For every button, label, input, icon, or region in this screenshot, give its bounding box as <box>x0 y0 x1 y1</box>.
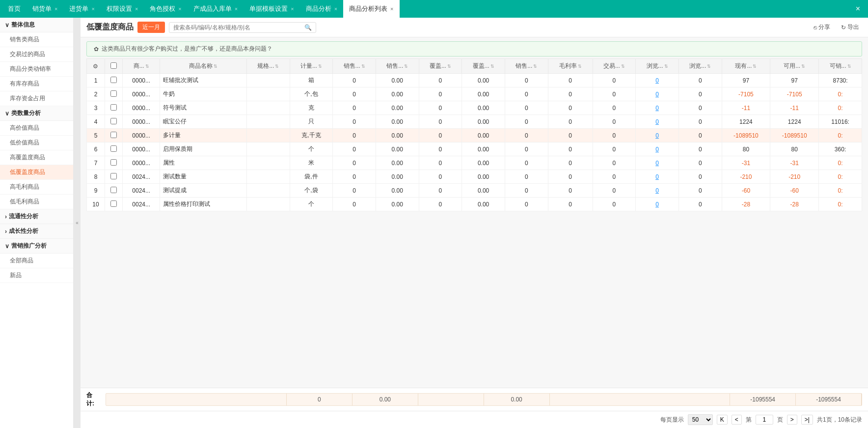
chevron-down-icon: ∨ <box>5 22 9 29</box>
row-checkbox[interactable] <box>105 170 122 184</box>
row-sales-num: 0 <box>505 143 548 156</box>
nav-close-production[interactable]: × <box>235 6 238 12</box>
col-cover-rate: 覆盖...⇅ <box>462 59 505 74</box>
select-all-checkbox[interactable] <box>110 62 117 69</box>
nav-close-role[interactable]: × <box>178 6 181 12</box>
search-input[interactable] <box>173 24 302 31</box>
row-spec <box>246 143 290 156</box>
row-code: 0000... <box>123 143 160 156</box>
total-cover-spacer <box>418 394 484 405</box>
sidebar-item-has-stock[interactable]: 有库存商品 <box>0 77 73 91</box>
first-page-button[interactable]: K <box>717 415 728 425</box>
nav-role[interactable]: 角色授权 × <box>144 0 187 18</box>
row-name: 符号测试 <box>160 101 246 115</box>
col-settings[interactable]: ⚙ <box>87 59 105 74</box>
row-current-stock: -11 <box>722 101 770 115</box>
page-number-input[interactable] <box>756 415 773 425</box>
sidebar-item-category-turnover[interactable]: 商品分类动销率 <box>0 62 73 77</box>
row-cover-rate: 0.00 <box>462 87 505 101</box>
row-checkbox[interactable] <box>105 74 122 87</box>
sidebar-section-liquidity[interactable]: › 流通性分析 <box>0 209 73 224</box>
row-sales-num: 0 <box>505 87 548 101</box>
search-icon[interactable]: 🔍 <box>304 24 312 31</box>
row-gross-margin: 0 <box>548 115 593 129</box>
row-browse-num: 0 <box>636 143 679 156</box>
row-checkbox[interactable] <box>105 184 122 198</box>
nav-goods-analysis[interactable]: 商品分析 × <box>300 0 343 18</box>
row-browse-rate: 0 <box>678 129 722 143</box>
window-close-button[interactable]: × <box>850 4 866 13</box>
nav-close-template[interactable]: × <box>291 6 294 12</box>
sidebar-item-traded-goods[interactable]: 交易过的商品 <box>0 47 73 62</box>
col-gross-margin: 毛利率⇅ <box>548 59 593 74</box>
last-page-button[interactable]: >| <box>801 415 813 425</box>
prev-page-button[interactable]: < <box>732 415 742 425</box>
sidebar-item-stock-fund[interactable]: 库存资金占用 <box>0 91 73 106</box>
row-browse-rate: 0 <box>678 143 722 156</box>
sidebar-item-high-margin[interactable]: 高毛利商品 <box>0 180 73 195</box>
sidebar-item-sales-goods[interactable]: 销售类商品 <box>0 32 73 47</box>
row-checkbox[interactable] <box>105 198 122 211</box>
table-row: 5 0000... 多计量 克,千克 0 0.00 0 0.00 0 0 0 0… <box>87 129 862 143</box>
sidebar-section-quantity[interactable]: ∨ 类数量分析 <box>0 106 73 121</box>
row-sellable-stock: 0: <box>819 184 862 198</box>
nav-sales[interactable]: 销货单 × <box>27 0 63 18</box>
sidebar-item-low-value[interactable]: 低价值商品 <box>0 136 73 150</box>
row-browse-rate: 0 <box>678 170 722 184</box>
row-unit: 袋,件 <box>290 170 333 184</box>
nav-permission[interactable]: 权限设置 × <box>101 0 144 18</box>
row-browse-num: 0 <box>636 129 679 143</box>
row-spec <box>246 198 290 211</box>
row-cover-rate: 0.00 <box>462 101 505 115</box>
row-browse-rate: 0 <box>678 74 722 87</box>
nav-close-purchase[interactable]: × <box>91 6 94 12</box>
chevron-down-icon-2: ∨ <box>5 110 9 117</box>
sidebar-section-overall[interactable]: ∨ 整体信息 <box>0 18 73 32</box>
row-cover-num: 0 <box>419 129 462 143</box>
sidebar-item-low-coverage[interactable]: 低覆盖度商品 <box>0 165 73 180</box>
row-unit: 米 <box>290 156 333 170</box>
sidebar-item-all-goods[interactable]: 全部商品 <box>0 254 73 268</box>
nav-close-goods-analysis[interactable]: × <box>334 6 337 12</box>
col-checkbox[interactable] <box>105 59 122 74</box>
date-filter-button[interactable]: 近一月 <box>137 22 165 33</box>
row-checkbox[interactable] <box>105 156 122 170</box>
sidebar-item-low-margin[interactable]: 低毛利商品 <box>0 195 73 209</box>
row-available-stock: -28 <box>770 198 819 211</box>
header-actions: ⎋ 分享 ↻ 导出 <box>811 22 862 33</box>
row-sellable-stock: 0: <box>819 156 862 170</box>
sidebar-item-high-coverage[interactable]: 高覆盖度商品 <box>0 150 73 165</box>
row-checkbox[interactable] <box>105 101 122 115</box>
nav-template[interactable]: 单据模板设置 × <box>244 0 299 18</box>
row-spec <box>246 156 290 170</box>
col-current-stock: 现有...⇅ <box>722 59 770 74</box>
sidebar-section-growth[interactable]: › 成长性分析 <box>0 224 73 239</box>
next-page-button[interactable]: > <box>787 415 797 425</box>
row-checkbox[interactable] <box>105 87 122 101</box>
row-code: 0000... <box>123 74 160 87</box>
goods-table: ⚙ 商...⇅ 商品名称⇅ 规格...⇅ 计量...⇅ 销售...⇅ 销售...… <box>86 58 862 211</box>
nav-home[interactable]: 首页 <box>2 0 27 18</box>
nav-purchase[interactable]: 进货单 × <box>63 0 100 18</box>
nav-goods-analysis-list[interactable]: 商品分析列表 × <box>343 0 399 18</box>
sidebar-item-high-value[interactable]: 高价值商品 <box>0 121 73 136</box>
export-button[interactable]: ↻ 导出 <box>838 22 862 33</box>
page-size-select[interactable]: 50 100 200 <box>688 414 713 425</box>
chevron-down-icon-3: ∨ <box>5 243 9 250</box>
nav-close-permission[interactable]: × <box>135 6 138 12</box>
row-checkbox[interactable] <box>105 129 122 143</box>
row-gross-margin: 0 <box>548 184 593 198</box>
nav-production[interactable]: 产成品入库单 × <box>188 0 244 18</box>
sidebar-section-marketing[interactable]: ∨ 营销推广分析 <box>0 239 73 254</box>
share-button[interactable]: ⎋ 分享 <box>811 22 833 33</box>
row-trade-num: 0 <box>593 156 636 170</box>
nav-close-sales[interactable]: × <box>54 6 57 12</box>
row-code: 0024... <box>123 198 160 211</box>
row-checkbox[interactable] <box>105 143 122 156</box>
sidebar-collapse-handle[interactable]: « <box>74 18 81 428</box>
nav-close-goods-analysis-list[interactable]: × <box>390 6 393 12</box>
row-current-stock: 1224 <box>722 115 770 129</box>
sidebar-item-new-goods[interactable]: 新品 <box>0 268 73 283</box>
row-checkbox[interactable] <box>105 115 122 129</box>
row-sales-amt: 0.00 <box>376 101 419 115</box>
